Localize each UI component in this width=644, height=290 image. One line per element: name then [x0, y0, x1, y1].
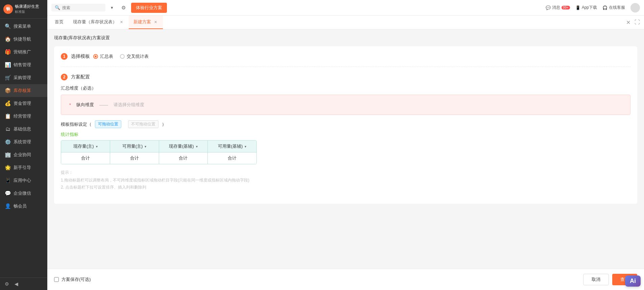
required-mark: *: [69, 102, 71, 107]
sidebar-item-system[interactable]: ⚙️ 系统管理: [0, 136, 47, 148]
radio-summary[interactable]: 汇总表: [93, 53, 113, 59]
dimension-row: * 纵向维度 —— 请选择分组维度: [69, 102, 622, 108]
close-tab-icon[interactable]: ✕: [625, 18, 632, 27]
dimension-box[interactable]: * 纵向维度 —— 请选择分组维度: [61, 95, 630, 115]
sidebar-item-app-center[interactable]: 📱 应用中心: [0, 174, 47, 187]
sidebar-item-operations[interactable]: 📋 经营管理: [0, 110, 47, 123]
stats-table-header: 现存量(主)▾可用量(主)▾现存量(基辅)▾可用量(基辅)▾: [61, 141, 256, 152]
sidebar-icon-quick-nav: 🏠: [5, 36, 11, 42]
sidebar-item-marketing[interactable]: 🎁 营销推广: [0, 46, 47, 58]
sidebar-label-purchase: 采购管理: [14, 75, 31, 81]
sidebar-item-inventory[interactable]: 📦 库存核算: [0, 84, 47, 97]
stats-col-3[interactable]: 可用量(基辅)▾: [208, 141, 256, 152]
stats-cell-2: 合计: [159, 152, 208, 164]
radio-cross[interactable]: 交叉统计表: [120, 53, 149, 59]
app-name: 畅康通好生意: [15, 4, 39, 9]
step1-title: 选择模板: [71, 53, 90, 59]
tab-label-inventory-status: 现存量（库存状况表）: [73, 19, 117, 25]
sidebar-item-enterprise[interactable]: 🏢 企业协同: [0, 148, 47, 161]
content-area: 现存量(库存状况表)方案设置 1 选择模板 汇总表交叉统计表 2 方案配置: [47, 29, 644, 269]
sidebar-label-basics: 基础信息: [14, 126, 31, 132]
sidebar-icon-search-menu: 🔍: [5, 23, 11, 29]
search-box[interactable]: 🔍: [51, 4, 105, 11]
tab-new-plan[interactable]: 新建方案✕: [129, 16, 163, 29]
search-icon: 🔍: [55, 5, 60, 10]
sidebar-label-marketing: 营销推广: [14, 49, 31, 55]
page-title: 现存量(库存状况表)方案设置: [54, 35, 637, 41]
app-edition: 标准版: [15, 9, 39, 14]
sidebar-icon-newbie: 🌟: [5, 165, 11, 171]
stats-col-2[interactable]: 现存量(基辅)▾: [159, 141, 208, 152]
online-service-btn[interactable]: 🎧 在线客服: [602, 5, 625, 10]
sidebar-icon-basics: 🗂: [5, 126, 11, 132]
sidebar-item-search-menu[interactable]: 🔍 搜索菜单: [0, 20, 47, 33]
sidebar-item-purchase[interactable]: 🛒 采购管理: [0, 71, 47, 84]
radio-label-cross: 交叉统计表: [127, 53, 149, 59]
stats-col-1[interactable]: 可用量(主)▾: [110, 141, 159, 152]
stats-col-chevron-1: ▾: [145, 145, 146, 148]
stats-col-0[interactable]: 现存量(主)▾: [61, 141, 110, 152]
save-checkbox-label: 方案保存(可选): [61, 276, 91, 283]
radio-circle-cross: [120, 54, 125, 59]
stats-col-chevron-2: ▾: [196, 145, 198, 148]
topbar-dropdown-icon[interactable]: ▾: [108, 4, 116, 11]
tab-home[interactable]: 首页: [50, 16, 68, 29]
main-area: 🔍 ▾ ⚙ 体验行业方案 💬 消息 99+ 📱 App下载 🎧 在线客服 首: [47, 0, 644, 290]
step2-section: 2 方案配置 汇总维度（必选） * 纵向维度 —— 请选择分组维度 模板指标设定…: [61, 74, 630, 190]
headset-icon: 🎧: [602, 5, 608, 10]
sidebar-item-member[interactable]: 👤 畅会员: [0, 200, 47, 213]
dimension-section-label: 汇总维度（必选）: [61, 85, 630, 91]
step2-title: 方案配置: [71, 74, 90, 80]
sidebar-item-sales[interactable]: 📊 销售管理: [0, 58, 47, 71]
step1-section: 1 选择模板 汇总表交叉统计表: [61, 53, 630, 60]
stats-col-label-3: 可用量(基辅): [218, 143, 243, 149]
sidebar-icon-member: 👤: [5, 203, 11, 209]
save-checkbox[interactable]: [54, 277, 59, 282]
sidebar-item-quick-nav[interactable]: 🏠 快捷导航: [0, 33, 47, 46]
search-input[interactable]: [62, 5, 96, 10]
stats-title: 统计指标: [61, 131, 630, 138]
tips-section: 提示： 1.拖动标题栏可以调整布局，不可跨维度或指标区域拖动栏目字段(只能在同一…: [61, 170, 630, 190]
sidebar-icon-app-center: 📱: [5, 177, 11, 184]
stats-col-label-1: 可用量(主): [122, 143, 143, 149]
settings-panel: 1 选择模板 汇总表交叉统计表 2 方案配置 汇总维度（必选） *: [54, 46, 637, 204]
app-logo-icon: 畅: [3, 4, 13, 14]
sidebar-bottom: ⚙ ◀: [0, 277, 47, 290]
tabs-bar: 首页现存量（库存状况表）✕新建方案✕ ✕ ⛶: [47, 16, 644, 29]
topbar-settings-icon[interactable]: ⚙: [119, 3, 128, 12]
user-avatar[interactable]: [630, 3, 640, 13]
vertical-dim-label: 纵向维度: [76, 102, 94, 108]
sidebar-item-basics[interactable]: 🗂 基础信息: [0, 123, 47, 136]
sidebar-item-wechat[interactable]: 💬 企业微信: [0, 187, 47, 200]
cancel-button[interactable]: 取消: [583, 274, 609, 285]
sidebar-label-sales: 销售管理: [14, 62, 31, 68]
sidebar-icon-enterprise: 🏢: [5, 152, 11, 158]
sidebar-item-newbie[interactable]: 🌟 新手引导: [0, 161, 47, 174]
tab-close-new-plan[interactable]: ✕: [153, 20, 158, 25]
topbar-right: 💬 消息 99+ 📱 App下载 🎧 在线客服: [546, 3, 640, 13]
fullscreen-icon[interactable]: ⛶: [633, 18, 641, 27]
sidebar-item-finance[interactable]: 💰 资金管理: [0, 97, 47, 110]
tips-item-2: 2. 点击标题栏下拉可设置排序、插入列和删除列: [61, 185, 630, 190]
sidebar-label-quick-nav: 快捷导航: [14, 36, 31, 42]
step1-badge: 1: [61, 53, 68, 60]
stats-cell-1: 合计: [110, 152, 159, 164]
radio-label-summary: 汇总表: [100, 53, 113, 59]
step1-header: 1 选择模板 汇总表交叉统计表: [61, 53, 630, 60]
stats-col-chevron-3: ▾: [245, 145, 246, 148]
messages-btn[interactable]: 💬 消息 99+: [546, 5, 570, 10]
tab-label-new-plan: 新建方案: [133, 19, 151, 25]
tab-label-home: 首页: [55, 19, 64, 25]
experience-btn[interactable]: 体验行业方案: [131, 3, 167, 13]
audio-icon[interactable]: ◀: [15, 281, 18, 287]
sidebar-label-newbie: 新手引导: [14, 165, 31, 171]
tab-close-inventory-status[interactable]: ✕: [119, 20, 124, 25]
app-download-btn[interactable]: 📱 App下载: [575, 5, 597, 10]
topbar: 🔍 ▾ ⚙ 体验行业方案 💬 消息 99+ 📱 App下载 🎧 在线客服: [47, 0, 644, 16]
settings-icon[interactable]: ⚙: [5, 281, 9, 287]
draggable-tag: 可拖动位置: [95, 120, 121, 128]
sidebar-label-app-center: 应用中心: [14, 177, 31, 184]
tab-inventory-status[interactable]: 现存量（库存状况表）✕: [68, 16, 129, 29]
sidebar-label-operations: 经营管理: [14, 113, 31, 119]
ai-badge[interactable]: Ai: [625, 275, 641, 287]
